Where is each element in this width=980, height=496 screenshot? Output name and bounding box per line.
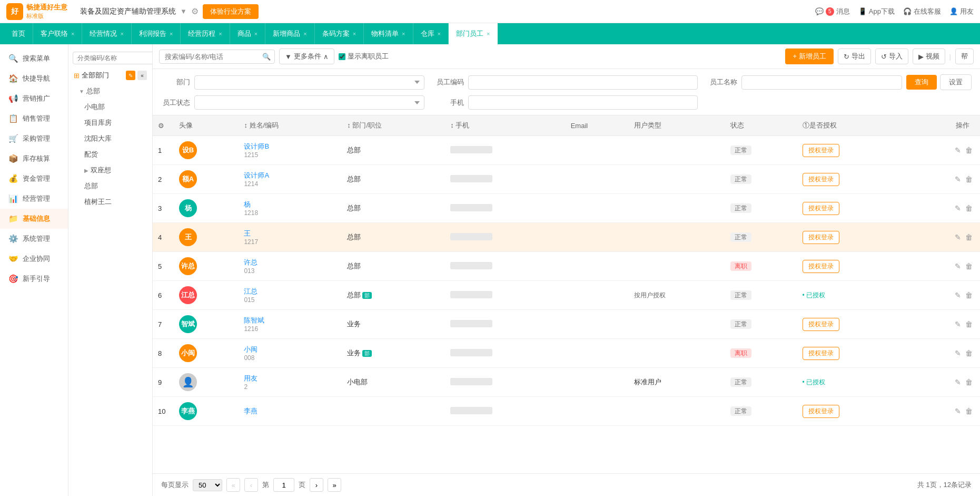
help-button[interactable]: 帮 <box>955 48 974 64</box>
close-tab-icon[interactable]: × <box>170 31 173 37</box>
edit-button[interactable]: ✎ <box>953 145 963 155</box>
sidebar-item-purchase[interactable]: 🛒采购管理 <box>0 129 68 149</box>
dept-tree-item[interactable]: ▼总部 <box>68 83 152 99</box>
dept-search-input[interactable] <box>73 52 153 64</box>
auth-login-button[interactable]: 授权登录 <box>803 405 839 418</box>
first-page-button[interactable]: « <box>226 478 240 492</box>
edit-button[interactable]: ✎ <box>953 261 963 271</box>
close-tab-icon[interactable]: × <box>71 31 74 37</box>
prev-page-button[interactable]: ‹ <box>244 478 258 492</box>
sidebar-item-marketing[interactable]: 📢营销推广 <box>0 89 68 109</box>
col-phone[interactable]: ↕ 手机 <box>445 115 566 136</box>
nav-tab-经营情况[interactable]: 经营情况× <box>82 23 131 44</box>
delete-button[interactable]: 🗑 <box>963 145 975 155</box>
reset-button[interactable]: 设置 <box>940 74 972 90</box>
edit-dept-icon[interactable]: ✎ <box>126 71 135 80</box>
col-name[interactable]: ↕ 姓名/编码 <box>239 115 342 136</box>
edit-button[interactable]: ✎ <box>953 377 963 387</box>
dept-tree-item[interactable]: 总部 <box>68 178 152 194</box>
dept-tree-item[interactable]: 小电部 <box>68 99 152 115</box>
last-page-button[interactable]: » <box>328 478 341 492</box>
close-tab-icon[interactable]: × <box>254 31 258 37</box>
sidebar-item-search-menu[interactable]: 🔍搜索菜单 <box>0 48 68 69</box>
col-settings[interactable]: ⚙ <box>153 115 174 136</box>
sidebar-item-basic-info[interactable]: 📁基础信息 <box>0 209 68 229</box>
phone-input[interactable] <box>468 95 698 110</box>
settings-icon[interactable]: ⚙ <box>191 6 199 16</box>
emp-code-input[interactable] <box>468 75 698 90</box>
view-button[interactable]: ▶ 视频 <box>913 48 945 64</box>
auth-login-button[interactable]: 授权登录 <box>803 231 839 244</box>
close-tab-icon[interactable]: × <box>219 31 222 37</box>
nav-tab-条码方案[interactable]: 条码方案× <box>315 23 364 44</box>
show-resigned-checkbox-label[interactable]: 显示离职员工 <box>339 52 389 61</box>
nav-tab-仓库[interactable]: 仓库× <box>413 23 449 44</box>
page-number-input[interactable] <box>273 478 294 492</box>
trial-button[interactable]: 体验行业方案 <box>203 4 259 19</box>
emp-name-input[interactable] <box>741 75 902 90</box>
auth-login-button[interactable]: 授权登录 <box>803 144 839 157</box>
emp-status-select[interactable] <box>194 95 424 110</box>
edit-button[interactable]: ✎ <box>953 203 963 213</box>
auth-login-button[interactable]: 授权登录 <box>803 173 839 186</box>
next-page-button[interactable]: › <box>310 478 323 492</box>
sidebar-item-sales[interactable]: 📋销售管理 <box>0 109 68 129</box>
more-filter-button[interactable]: ▼ 更多条件 ∧ <box>279 48 334 64</box>
close-tab-icon[interactable]: × <box>353 31 356 37</box>
close-tab-icon[interactable]: × <box>402 31 405 37</box>
close-tab-icon[interactable]: × <box>487 31 490 37</box>
dept-header[interactable]: ⊞ 全部部门 ✎ « <box>68 67 152 83</box>
user-profile-button[interactable]: 👤 用友 <box>949 7 974 16</box>
sidebar-item-finance[interactable]: 💰资金管理 <box>0 169 68 189</box>
delete-button[interactable]: 🗑 <box>963 203 975 213</box>
auth-login-button[interactable]: 授权登录 <box>803 260 839 273</box>
nav-tab-物料清单[interactable]: 物料清单× <box>364 23 413 44</box>
nav-tab-客户联络[interactable]: 客户联络× <box>33 23 82 44</box>
add-employee-button[interactable]: + 新增员工 <box>785 48 833 64</box>
sidebar-item-operations[interactable]: 📊经营管理 <box>0 189 68 209</box>
delete-button[interactable]: 🗑 <box>963 319 975 329</box>
nav-tab-部门员工[interactable]: 部门员工× <box>449 23 498 44</box>
dept-tree-item[interactable]: ▶双座想 <box>68 162 152 178</box>
search-icon[interactable]: 🔍 <box>262 53 271 61</box>
show-resigned-checkbox[interactable] <box>339 53 345 60</box>
dept-tree-item[interactable]: 植树王二 <box>68 194 152 210</box>
nav-tab-首页[interactable]: 首页 <box>4 23 33 44</box>
system-title-dropdown[interactable]: ▼ <box>180 7 187 15</box>
sidebar-item-collab[interactable]: 🤝企业协同 <box>0 249 68 269</box>
auth-login-button[interactable]: 授权登录 <box>803 347 839 360</box>
nav-tab-利润报告[interactable]: 利润报告× <box>132 23 181 44</box>
edit-button[interactable]: ✎ <box>953 290 963 300</box>
dept-tree-item[interactable]: 项目库房 <box>68 115 152 131</box>
nav-tab-经营历程[interactable]: 经营历程× <box>181 23 230 44</box>
edit-button[interactable]: ✎ <box>953 406 963 416</box>
export-button[interactable]: ↻ 导出 <box>838 48 871 64</box>
edit-button[interactable]: ✎ <box>953 348 963 358</box>
delete-button[interactable]: 🗑 <box>963 377 975 387</box>
query-button[interactable]: 查询 <box>906 75 937 90</box>
delete-button[interactable]: 🗑 <box>963 406 975 416</box>
close-tab-icon[interactable]: × <box>120 31 123 37</box>
dept-select[interactable] <box>194 75 424 90</box>
sidebar-item-system[interactable]: ⚙️系统管理 <box>0 229 68 249</box>
edit-button[interactable]: ✎ <box>953 319 963 329</box>
import-button[interactable]: ↺ 导入 <box>875 48 908 64</box>
delete-button[interactable]: 🗑 <box>963 290 975 300</box>
collapse-dept-icon[interactable]: « <box>137 71 147 80</box>
close-tab-icon[interactable]: × <box>438 31 441 37</box>
nav-tab-商品[interactable]: 商品× <box>230 23 265 44</box>
messages-button[interactable]: 💬 5 消息 <box>815 7 850 16</box>
col-dept[interactable]: ↕ 部门/职位 <box>342 115 445 136</box>
app-download-button[interactable]: 📱 App下载 <box>858 7 895 16</box>
delete-button[interactable]: 🗑 <box>963 261 975 271</box>
delete-button[interactable]: 🗑 <box>963 174 975 184</box>
edit-button[interactable]: ✎ <box>953 174 963 184</box>
delete-button[interactable]: 🗑 <box>963 232 975 242</box>
auth-login-button[interactable]: 授权登录 <box>803 202 839 215</box>
auth-login-button[interactable]: 授权登录 <box>803 318 839 331</box>
sidebar-item-guide[interactable]: 🎯新手引导 <box>0 269 68 289</box>
dept-tree-item[interactable]: 配货 <box>68 147 152 162</box>
dept-tree-item[interactable]: 沈阳大库 <box>68 131 152 147</box>
employee-search-input[interactable] <box>159 50 275 64</box>
per-page-select[interactable]: 50 100 <box>193 479 222 491</box>
